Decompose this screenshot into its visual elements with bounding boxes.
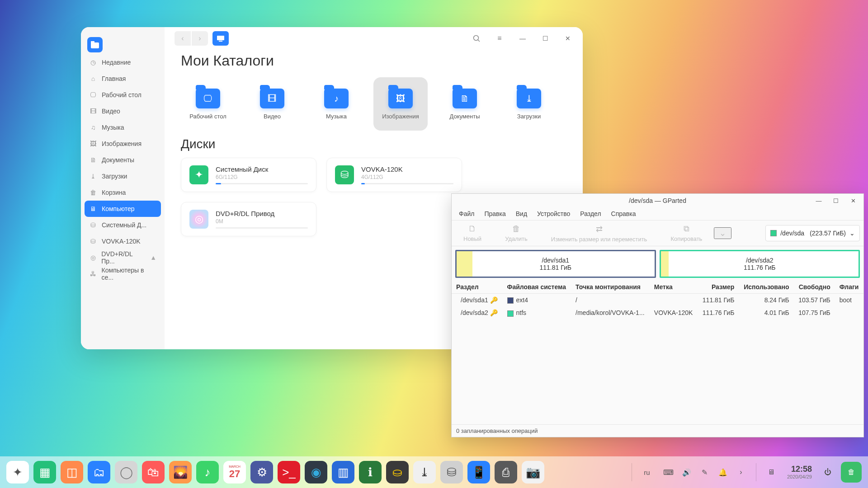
tray-trash-button[interactable]: 🗑 [841, 462, 862, 483]
dock-app-icon: ▦ [39, 465, 51, 479]
clock-date: 2020/04/29 [787, 474, 812, 479]
menu-item[interactable]: Устройство [533, 208, 575, 219]
category-tile[interactable]: ⤓ Загрузки [502, 77, 556, 131]
col-partition[interactable]: Раздел [452, 281, 503, 294]
sidebar-item[interactable]: 🎞 Видео [85, 103, 161, 119]
dock-app-music[interactable]: ♪ [196, 461, 219, 483]
dock-app-disks[interactable]: ⛁ [440, 461, 463, 483]
dock-app-icon: ◫ [66, 465, 78, 479]
sidebar-item[interactable]: ⛁ VOVKA-120K [85, 233, 161, 249]
gparted-close-button[interactable]: ✕ [844, 195, 862, 206]
menu-item[interactable]: Раздел [576, 208, 605, 219]
category-tile[interactable]: 🖼 Изображения [373, 77, 428, 131]
sidebar-item[interactable]: 🗎 Документы [85, 152, 161, 168]
tray-icon[interactable]: ✎ [696, 464, 713, 481]
category-label: Документы [449, 113, 480, 120]
tray-icon[interactable]: 🔊 [678, 464, 695, 481]
partition-block[interactable]: /dev/sda2 111.76 ГиБ [660, 250, 860, 278]
disk-card[interactable]: ◎ DVD+R/DL Привод 0M [181, 202, 316, 236]
partition-block[interactable]: /dev/sda1 111.81 ГиБ [455, 250, 656, 278]
disk-card[interactable]: ✦ Системный Диск 6G/112G [181, 158, 316, 192]
gparted-maximize-button[interactable]: ☐ [827, 195, 844, 206]
window-maximize-button[interactable]: ☐ [535, 30, 556, 47]
menu-item[interactable]: Справка [607, 208, 641, 219]
gparted-minimize-button[interactable]: — [810, 195, 827, 206]
device-selector[interactable]: /dev/sda (223.57 ГиБ) ⌄ [765, 225, 860, 241]
window-close-button[interactable]: ✕ [557, 30, 578, 47]
toolbar-more-button[interactable]: ⌄ [714, 227, 731, 239]
sidebar-item[interactable]: ⤓ Загрузки [85, 168, 161, 184]
col-free[interactable]: Свободно [794, 281, 835, 294]
sidebar-item[interactable]: ◷ Недавние [85, 54, 161, 70]
sidebar-item[interactable]: 🖥 Компьютер [85, 201, 161, 217]
dock-app-app-store[interactable]: 🛍 [142, 461, 165, 483]
category-tile[interactable]: 🖵 Рабочий стол [181, 77, 235, 131]
dock-app-virtualbox[interactable]: ▥ [332, 461, 354, 483]
dock-app-multitask[interactable]: ▦ [33, 461, 56, 483]
sidebar-item[interactable]: 🖼 Изображения [85, 136, 161, 152]
dock-app-settings[interactable]: ⚙ [250, 461, 273, 483]
disk-card[interactable]: ⛁ VOVKA-120K 4G/112G [326, 158, 462, 192]
menu-item[interactable]: Вид [511, 208, 532, 219]
dock-app-file-manager[interactable]: 🗂 [88, 461, 110, 483]
toolbar-button[interactable]: ⧉ Копировать [659, 224, 714, 243]
dock-app-system-monitor[interactable]: ◉ [305, 461, 327, 483]
sidebar-item[interactable]: ♫ Музыка [85, 119, 161, 136]
window-minimize-button[interactable]: — [512, 30, 533, 47]
dock-app-browser[interactable]: ◯ [115, 461, 137, 483]
table-row[interactable]: /dev/sda2🔑 ntfs /media/korol/VOVKA-1... … [452, 306, 863, 319]
eject-icon[interactable]: ▲ [150, 254, 156, 261]
dock-app-firmware[interactable]: ⛀ [386, 461, 409, 483]
sidebar-item[interactable]: 🖧 Компьютеры в се... [85, 266, 161, 282]
sidebar-item[interactable]: 🗑 Корзина [85, 184, 161, 201]
tray-icon[interactable]: ⌨ [660, 464, 677, 481]
tray-language[interactable]: ru [638, 464, 656, 481]
tray-show-desktop[interactable]: 🖥 [763, 464, 780, 481]
category-tile[interactable]: 🗎 Документы [438, 77, 492, 131]
dock-app-calendar[interactable]: MARCH27 [223, 461, 246, 483]
gparted-titlebar[interactable]: /dev/sda — GParted — ☐ ✕ [452, 194, 863, 207]
category-tile[interactable]: 🎞 Видео [245, 77, 299, 131]
col-flags[interactable]: Флаги [835, 281, 863, 294]
hamburger-menu-button[interactable]: ≡ [491, 30, 509, 47]
col-mount[interactable]: Точка монтирования [571, 281, 650, 294]
menu-item[interactable]: Правка [480, 208, 510, 219]
cell-size: 111.81 ГиБ [698, 294, 739, 307]
dock-app-camera[interactable]: 📷 [522, 461, 544, 483]
tray-icon[interactable]: 🔔 [714, 464, 731, 481]
sidebar-item[interactable]: ⛁ Системный Д... [85, 217, 161, 233]
nav-back-button[interactable]: ‹ [175, 31, 191, 46]
col-size[interactable]: Размер [698, 281, 739, 294]
col-label[interactable]: Метка [650, 281, 698, 294]
dock-app-launcher[interactable]: ✦ [6, 461, 29, 483]
menu-item[interactable]: Файл [454, 208, 479, 219]
dock-app-image-viewer[interactable]: 🌄 [169, 461, 192, 483]
nav-forward-button[interactable]: › [192, 31, 208, 46]
sidebar-item[interactable]: ◎ DVD+R/DL Пр... ▲ [85, 249, 161, 266]
sidebar-item[interactable]: 🖵 Рабочий стол [85, 87, 161, 103]
table-row[interactable]: /dev/sda1🔑 ext4 / 111.81 ГиБ 8.24 ГиБ 10… [452, 294, 863, 307]
tray-icon[interactable]: › [732, 464, 750, 481]
location-computer-button[interactable] [212, 31, 229, 46]
tray-clock[interactable]: 12:58 2020/04/29 [784, 465, 815, 479]
dock-app-hardinfo[interactable]: ℹ [359, 461, 382, 483]
nav-buttons: ‹ › [175, 31, 208, 46]
dock-app-terminal[interactable]: >_ [278, 461, 300, 483]
tray-power-button[interactable]: ⏻ [819, 464, 836, 481]
category-label: Загрузки [517, 113, 541, 120]
dock-app-workspace[interactable]: ◫ [61, 461, 83, 483]
search-button[interactable] [472, 30, 491, 47]
toolbar-button[interactable]: 🗋 Новый [452, 224, 493, 243]
col-used[interactable]: Использовано [739, 281, 793, 294]
toolbar-button[interactable]: ⇄ Изменить размер или переместить [539, 224, 659, 243]
dock-app-downloader[interactable]: ⤓ [413, 461, 436, 483]
sidebar-item[interactable]: ⌂ Главная [85, 70, 161, 87]
sidebar-item-icon: 🖥 [89, 205, 97, 212]
dock-app-phone[interactable]: 📱 [467, 461, 490, 483]
device-selector-size: (223.57 ГиБ) [810, 230, 846, 237]
category-tile[interactable]: ♪ Музыка [309, 77, 363, 131]
toolbar-button[interactable]: 🗑 Удалить [493, 224, 539, 243]
toolbar-button-icon: 🗑 [512, 224, 520, 234]
dock-app-printer[interactable]: ⎙ [495, 461, 517, 483]
col-fs[interactable]: Файловая система [503, 281, 571, 294]
